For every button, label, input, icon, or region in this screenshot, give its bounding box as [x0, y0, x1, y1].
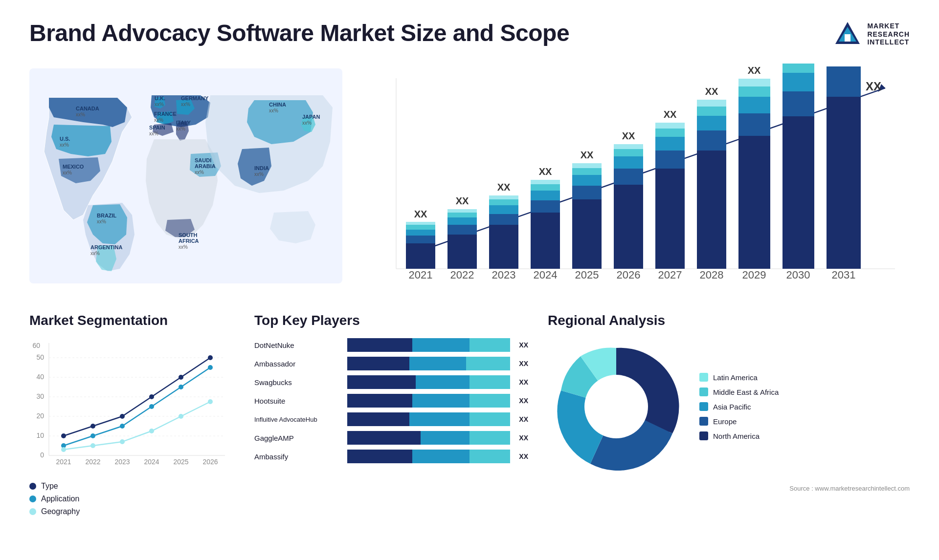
svg-rect-31 — [447, 235, 477, 269]
svg-point-126 — [149, 404, 154, 409]
svg-text:2030: 2030 — [786, 269, 810, 281]
player-name-gaggleamp: GaggleAMP — [254, 434, 342, 442]
svg-rect-81 — [738, 113, 770, 136]
player-val-gaggleamp: XX — [519, 434, 528, 442]
svg-rect-60 — [614, 169, 643, 185]
bar-chart-container: 2021 XX 2022 XX — [362, 64, 910, 288]
svg-text:2022: 2022 — [85, 458, 100, 466]
svg-text:2025: 2025 — [575, 269, 599, 281]
svg-rect-25 — [406, 236, 435, 243]
svg-text:60: 60 — [32, 342, 40, 349]
svg-text:XX: XX — [748, 65, 761, 76]
svg-rect-63 — [614, 144, 643, 149]
svg-text:xx%: xx% — [181, 102, 190, 107]
svg-text:2025: 2025 — [173, 458, 188, 466]
svg-rect-28 — [406, 222, 435, 225]
svg-point-132 — [149, 429, 154, 433]
country-france: FRANCE — [154, 111, 177, 117]
player-val-swagbucks: XX — [519, 378, 528, 386]
legend-latin-america: Latin America — [699, 373, 779, 382]
svg-rect-38 — [489, 225, 518, 269]
player-ambassador: Ambassador XX — [254, 357, 528, 370]
svg-text:xx%: xx% — [63, 170, 72, 175]
svg-point-134 — [208, 399, 213, 404]
player-swagbucks: Swagbucks XX — [254, 375, 528, 389]
bar-seg2 — [412, 338, 470, 352]
svg-text:xx%: xx% — [60, 142, 69, 148]
svg-text:xx%: xx% — [154, 117, 163, 123]
player-name-ambassify: Ambassify — [254, 452, 342, 461]
svg-text:xx%: xx% — [302, 120, 312, 126]
svg-rect-84 — [738, 79, 770, 86]
regional-title: Regional Analysis — [548, 313, 910, 328]
svg-text:XX: XX — [866, 80, 881, 93]
svg-text:20: 20 — [36, 412, 44, 420]
player-bar-hootsuite — [347, 394, 510, 408]
regional-panel: Regional Analysis — [548, 313, 910, 547]
svg-text:2024: 2024 — [144, 458, 159, 466]
svg-text:XX: XX — [664, 109, 677, 120]
svg-text:30: 30 — [36, 392, 44, 400]
player-val-ambassador: XX — [519, 360, 528, 367]
player-gaggleamp: GaggleAMP XX — [254, 431, 528, 445]
legend-type: Type — [29, 482, 235, 491]
svg-text:xx%: xx% — [254, 172, 264, 177]
svg-rect-68 — [655, 137, 685, 151]
country-southafrica: SOUTH — [179, 232, 198, 238]
svg-point-130 — [90, 443, 95, 448]
regional-legend: Latin America Middle East & Africa Asia … — [699, 373, 779, 440]
application-dot — [29, 495, 36, 502]
bottom-section: Market Segmentation 0 10 20 30 40 50 60 — [29, 313, 910, 547]
svg-text:AFRICA: AFRICA — [179, 238, 199, 244]
player-val-ambassify: XX — [519, 452, 528, 460]
svg-rect-83 — [738, 86, 770, 97]
segmentation-legend: Type Application Geography — [29, 482, 235, 516]
donut-container — [548, 338, 685, 475]
country-brazil: BRAZIL — [97, 213, 117, 218]
player-name-ambassador: Ambassador — [254, 360, 342, 368]
country-spain: SPAIN — [149, 125, 165, 130]
north-america-color — [699, 431, 708, 440]
page-container: Brand Advocacy Software Market Size and … — [0, 0, 939, 560]
svg-rect-24 — [406, 243, 435, 269]
page-title: Brand Advocacy Software Market Size and … — [29, 20, 569, 46]
svg-point-117 — [61, 433, 66, 438]
svg-rect-49 — [531, 180, 560, 184]
country-india: INDIA — [254, 165, 269, 171]
legend-middle-east: Middle East & Africa — [699, 388, 779, 396]
player-bar-ambassify — [347, 450, 510, 463]
svg-point-129 — [61, 447, 66, 452]
player-bar-ambassador — [347, 357, 510, 370]
svg-rect-89 — [782, 73, 814, 91]
svg-text:10: 10 — [36, 431, 44, 439]
world-map-svg: CANADA xx% U.S. xx% MEXICO xx% BRAZIL xx… — [29, 64, 342, 288]
bar-chart-svg: 2021 XX 2022 XX — [362, 64, 910, 288]
legend-asia-pacific: Asia Pacific — [699, 402, 779, 411]
svg-point-127 — [179, 385, 183, 389]
svg-text:2031: 2031 — [832, 269, 856, 281]
svg-text:XX: XX — [414, 209, 427, 219]
logo: MARKET RESEARCH INTELLECT — [833, 20, 910, 49]
country-mexico: MEXICO — [63, 164, 84, 170]
svg-rect-80 — [738, 136, 770, 269]
geography-dot — [29, 508, 36, 515]
player-val-hootsuite: XX — [519, 397, 528, 405]
svg-point-125 — [120, 424, 125, 429]
country-canada-val: xx% — [76, 112, 85, 117]
segmentation-title: Market Segmentation — [29, 313, 235, 328]
player-bar-influitive — [347, 412, 510, 426]
svg-text:2022: 2022 — [450, 269, 474, 281]
svg-text:XX: XX — [581, 150, 594, 160]
svg-rect-41 — [489, 199, 518, 205]
svg-text:2026: 2026 — [617, 269, 641, 281]
svg-point-128 — [208, 365, 213, 370]
player-bar-gaggleamp — [347, 431, 510, 445]
svg-rect-69 — [655, 129, 685, 137]
svg-rect-77 — [697, 100, 726, 107]
country-italy: ITALY — [176, 120, 191, 126]
svg-text:2023: 2023 — [492, 269, 516, 281]
country-saudi: SAUDI — [195, 157, 211, 163]
latin-america-color — [699, 373, 708, 382]
svg-text:XX: XX — [456, 195, 469, 206]
svg-rect-35 — [447, 209, 477, 213]
